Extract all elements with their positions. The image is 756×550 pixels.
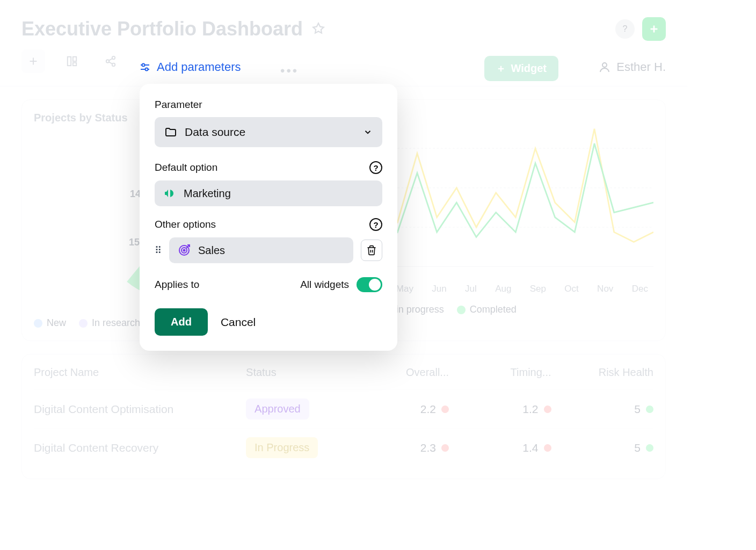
widget-button[interactable]: Widget bbox=[484, 56, 558, 81]
table-row[interactable]: Digital Content Recovery In Progress 2.3… bbox=[34, 428, 653, 467]
other-option-value: Sales bbox=[198, 244, 225, 257]
folder-icon bbox=[164, 126, 177, 139]
svg-point-7 bbox=[112, 56, 115, 60]
default-option-label: Default option bbox=[155, 162, 217, 173]
svg-rect-4 bbox=[68, 57, 71, 66]
parameter-label: Parameter bbox=[155, 99, 382, 111]
megaphone-icon bbox=[163, 187, 176, 200]
applies-to-toggle[interactable] bbox=[357, 277, 382, 292]
default-option[interactable]: Marketing bbox=[155, 180, 382, 206]
page-title: Executive Portfolio Dashboard bbox=[21, 18, 303, 40]
applies-to-label: Applies to bbox=[155, 279, 199, 291]
more-icon[interactable]: ••• bbox=[280, 63, 299, 78]
line-chart bbox=[358, 112, 653, 284]
legend: Work in progress Completed bbox=[358, 304, 653, 315]
other-option[interactable]: Sales bbox=[169, 237, 353, 263]
status-dot-icon bbox=[646, 406, 653, 413]
status-dot-icon bbox=[544, 406, 551, 413]
donut-label: 15 bbox=[129, 237, 140, 248]
add-icon-button[interactable] bbox=[21, 49, 45, 73]
add-button[interactable] bbox=[642, 17, 666, 41]
status-dot-icon bbox=[441, 406, 449, 413]
svg-point-27 bbox=[602, 63, 607, 67]
help-icon[interactable]: ? bbox=[369, 161, 382, 174]
status-dot-icon bbox=[441, 444, 449, 452]
plus-icon bbox=[496, 64, 506, 74]
add-parameters-button[interactable]: Add parameters bbox=[139, 60, 241, 74]
share-icon-button[interactable] bbox=[99, 49, 122, 73]
svg-point-24 bbox=[146, 68, 148, 71]
other-options-label: Other options bbox=[155, 219, 216, 230]
parameter-select[interactable]: Data source bbox=[155, 117, 382, 147]
months-axis: Apr May Jun Jul Aug Sep Oct Nov Dec bbox=[358, 284, 653, 294]
drag-handle-icon[interactable]: ⠿ bbox=[155, 245, 162, 255]
sliders-icon bbox=[139, 61, 151, 74]
default-option-value: Marketing bbox=[184, 187, 231, 200]
add-parameters-label: Add parameters bbox=[157, 60, 241, 74]
help-icon: ? bbox=[623, 24, 628, 34]
toolbar bbox=[0, 41, 687, 86]
table-header: Project Name Status Overall... Timing...… bbox=[34, 366, 653, 389]
svg-point-30 bbox=[184, 250, 185, 251]
applies-to-value: All widgets bbox=[300, 279, 349, 291]
status-dot-icon bbox=[544, 444, 551, 452]
legend-dot-icon bbox=[457, 306, 466, 314]
delete-button[interactable] bbox=[361, 240, 382, 261]
svg-point-9 bbox=[112, 63, 115, 67]
header: Executive Portfolio Dashboard ? bbox=[0, 0, 687, 41]
target-icon bbox=[178, 244, 191, 257]
cancel-button[interactable]: Cancel bbox=[221, 316, 256, 329]
table-row[interactable]: Digital Content Optimisation Approved 2.… bbox=[34, 389, 653, 428]
legend-dot-icon bbox=[34, 319, 42, 328]
help-button[interactable]: ? bbox=[615, 19, 635, 39]
user-icon bbox=[598, 61, 611, 74]
svg-line-11 bbox=[109, 62, 112, 64]
layout-icon-button[interactable] bbox=[60, 49, 84, 73]
status-badge: In Progress bbox=[246, 437, 318, 458]
legend-item: New bbox=[34, 317, 66, 329]
svg-line-10 bbox=[109, 59, 112, 61]
trash-icon bbox=[366, 245, 377, 256]
svg-rect-6 bbox=[73, 63, 76, 66]
add-parameter-modal: Parameter Data source Default option ? M… bbox=[140, 84, 397, 351]
projects-table: Project Name Status Overall... Timing...… bbox=[21, 354, 666, 479]
svg-rect-5 bbox=[73, 57, 76, 61]
pin-icon[interactable] bbox=[311, 22, 325, 36]
legend-dot-icon bbox=[79, 319, 88, 328]
legend-item: In research bbox=[79, 317, 140, 329]
legend-item: Completed bbox=[457, 304, 517, 315]
status-badge: Approved bbox=[246, 399, 309, 419]
svg-point-8 bbox=[106, 60, 110, 63]
status-dot-icon bbox=[646, 444, 653, 452]
add-button[interactable]: Add bbox=[155, 308, 208, 336]
svg-point-23 bbox=[142, 64, 145, 67]
chevron-down-icon bbox=[363, 127, 373, 137]
parameter-value: Data source bbox=[185, 126, 245, 139]
user-display[interactable]: Esther H. bbox=[598, 60, 666, 74]
help-icon[interactable]: ? bbox=[369, 218, 382, 231]
